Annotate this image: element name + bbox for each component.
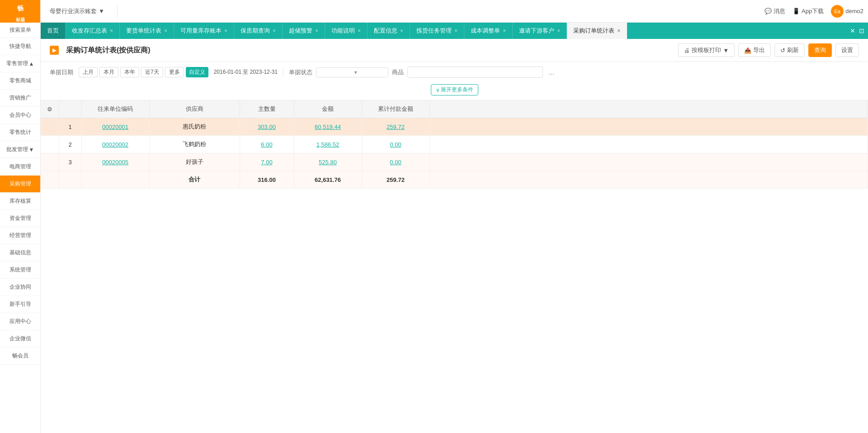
sidebar-search-area[interactable]: 搜索菜单 xyxy=(0,23,40,38)
tab-invite-close[interactable]: × xyxy=(557,28,560,34)
tab-home[interactable]: 首页 xyxy=(41,23,66,39)
goods-input-wrapper[interactable] xyxy=(407,67,543,78)
row-qty-3[interactable]: 7.00 xyxy=(240,153,294,171)
tab-func-desc-close[interactable]: × xyxy=(358,28,361,34)
col-header-supplier[interactable]: 供应商 xyxy=(149,100,240,118)
sidebar-item-system[interactable]: 系统管理 xyxy=(0,262,40,279)
row-check-2[interactable] xyxy=(41,136,59,153)
sidebar-item-newbie[interactable]: 新手引导 xyxy=(0,296,40,313)
sidebar-item-corp[interactable]: 企业协同 xyxy=(0,279,40,296)
tab-inventory-book-close[interactable]: × xyxy=(224,28,227,34)
tab-config[interactable]: 配置信息 × xyxy=(368,23,410,39)
col-header-paid[interactable]: 累计付款金额 xyxy=(362,100,429,118)
goods-input[interactable] xyxy=(411,69,539,76)
tab-inventory-book[interactable]: 可用量库存账本 × xyxy=(174,23,234,39)
print-button[interactable]: 🖨 按模板打印 ▼ xyxy=(678,43,735,57)
row-code-1[interactable]: 00020001 xyxy=(81,118,149,136)
sidebar-item-retail-store[interactable]: 零售商城 xyxy=(0,72,40,90)
date-btn-more[interactable]: 更多 xyxy=(165,67,184,77)
row-paid-1[interactable]: 259.72 xyxy=(362,118,429,136)
row-check-1[interactable] xyxy=(41,118,59,136)
row-amount-3[interactable]: 525.80 xyxy=(294,153,362,171)
tab-purchase-order-stat[interactable]: 采购订单统计表 × xyxy=(567,23,627,39)
table-row[interactable]: 1 00020001 惠氏奶粉 303.00 60,519.44 259.72 xyxy=(41,118,868,136)
tabbar-close-icon[interactable]: ✕ xyxy=(850,27,855,34)
tab-picking[interactable]: 拣货任务管理 × xyxy=(410,23,464,39)
row-amount-2[interactable]: 1,586.52 xyxy=(294,136,362,153)
table-row[interactable]: 3 00020005 好孩子 7.00 525.80 0.00 xyxy=(41,153,868,171)
sidebar-toggle-btn[interactable]: ▶ xyxy=(50,46,59,55)
sidebar-item-ops[interactable]: 经营管理 xyxy=(0,227,40,244)
sidebar-item-marketing[interactable]: 营销推广 xyxy=(0,90,40,107)
gear-icon[interactable]: ⚙ xyxy=(47,106,52,113)
sidebar-item-appstore[interactable]: 应用中心 xyxy=(0,313,40,330)
sidebar-item-inventory[interactable]: 库存核算 xyxy=(0,193,40,210)
query-button[interactable]: 查询 xyxy=(808,43,832,57)
col-header-amount[interactable]: 金额 xyxy=(294,100,362,118)
tab-overstock[interactable]: 超储预警 × xyxy=(283,23,325,39)
sidebar-item-wholesale[interactable]: 批发管理 ▼ xyxy=(0,141,40,158)
tabbar: 首页 收发存汇总表 × 要货单统计表 × 可用量库存账本 × 保质期查询 × 超… xyxy=(41,23,868,39)
row-code-2[interactable]: 00020002 xyxy=(81,136,149,153)
export-button[interactable]: 📤 导出 xyxy=(738,43,771,57)
tab-purchase-stat-close[interactable]: × xyxy=(164,28,167,34)
tab-purchase-stat[interactable]: 要货单统计表 × xyxy=(120,23,174,39)
workspace-label: 母婴行业演示账套 xyxy=(50,7,97,15)
col-header-qty[interactable]: 主数量 xyxy=(240,100,294,118)
row-check-3[interactable] xyxy=(41,153,59,171)
sidebar-item-finance[interactable]: 资金管理 xyxy=(0,210,40,227)
row-amount-1[interactable]: 60,519.44 xyxy=(294,118,362,136)
tab-expiry[interactable]: 保质期查询 × xyxy=(234,23,283,39)
settings-button[interactable]: 设置 xyxy=(835,43,859,57)
date-btn-last-month[interactable]: 上月 xyxy=(79,67,98,77)
status-select-arrow: ▼ xyxy=(353,70,384,75)
date-btn-7days[interactable]: 近7天 xyxy=(141,67,163,77)
tab-config-close[interactable]: × xyxy=(400,28,403,34)
sidebar-item-member[interactable]: 会员中心 xyxy=(0,107,40,124)
row-code-3[interactable]: 00020005 xyxy=(81,153,149,171)
expand-filter-btn[interactable]: ∨ 展开更多条件 xyxy=(431,84,478,95)
row-extra-1 xyxy=(429,118,868,136)
sidebar-item-purchase[interactable]: 采购管理 xyxy=(0,176,40,193)
date-btn-custom[interactable]: 自定义 xyxy=(186,67,208,77)
status-select[interactable]: ▼ xyxy=(316,67,388,77)
workspace-selector[interactable]: 母婴行业演示账套 ▼ xyxy=(45,5,118,17)
tab-invite[interactable]: 邀请下游客户 × xyxy=(513,23,567,39)
tab-picking-close[interactable]: × xyxy=(454,28,458,34)
col-header-code[interactable]: 往来单位编码 xyxy=(81,100,149,118)
status-label: 单据状态 xyxy=(289,68,312,76)
tab-func-desc[interactable]: 功能说明 × xyxy=(325,23,368,39)
tab-purchase-order-stat-close[interactable]: × xyxy=(617,28,620,34)
tab-cost-adj[interactable]: 成本调整单 × xyxy=(464,23,513,39)
sidebar-item-basic[interactable]: 基础信息 xyxy=(0,244,40,262)
export-icon: 📤 xyxy=(744,47,751,54)
tabbar-restore-icon[interactable]: ⊡ xyxy=(859,27,864,34)
search-menu-label[interactable]: 搜索菜单 xyxy=(3,26,38,34)
sidebar-item-shortcut[interactable]: 快捷导航 xyxy=(0,38,40,55)
sidebar-item-retail-stat[interactable]: 零售统计 xyxy=(0,124,40,141)
app-download-label: App下载 xyxy=(802,7,824,15)
row-qty-2[interactable]: 6.00 xyxy=(240,136,294,153)
tab-expiry-close[interactable]: × xyxy=(273,28,276,34)
row-paid-2[interactable]: 0.00 xyxy=(362,136,429,153)
tab-receivable[interactable]: 收发存汇总表 × xyxy=(66,23,120,39)
sidebar-item-wechat[interactable]: 企业微信 xyxy=(0,330,40,347)
refresh-button[interactable]: ↺ 刷新 xyxy=(774,43,805,57)
row-paid-3[interactable]: 0.00 xyxy=(362,153,429,171)
user-profile[interactable]: Ea demo2 xyxy=(831,5,863,18)
date-btn-this-year[interactable]: 本年 xyxy=(120,67,139,77)
tab-receivable-close[interactable]: × xyxy=(110,28,113,34)
row-qty-1[interactable]: 303.00 xyxy=(240,118,294,136)
app-download-action[interactable]: 📱 App下载 xyxy=(793,7,824,15)
sidebar-item-retail[interactable]: 零售管理 ▲ xyxy=(0,55,40,72)
date-btn-this-month[interactable]: 本月 xyxy=(99,67,118,77)
sidebar-item-vip[interactable]: 畅会员 xyxy=(0,347,40,365)
tab-cost-adj-close[interactable]: × xyxy=(503,28,506,34)
footer-check xyxy=(41,171,59,189)
tab-cost-adj-label: 成本调整单 xyxy=(471,27,500,35)
sidebar-item-ecommerce[interactable]: 电商管理 xyxy=(0,158,40,176)
tab-overstock-close[interactable]: × xyxy=(315,28,318,34)
more-filter-btn[interactable]: ... xyxy=(547,68,556,76)
message-action[interactable]: 💬 消息 xyxy=(764,7,785,15)
table-row[interactable]: 2 00020002 飞鹤奶粉 6.00 1,586.52 0.00 xyxy=(41,136,868,153)
